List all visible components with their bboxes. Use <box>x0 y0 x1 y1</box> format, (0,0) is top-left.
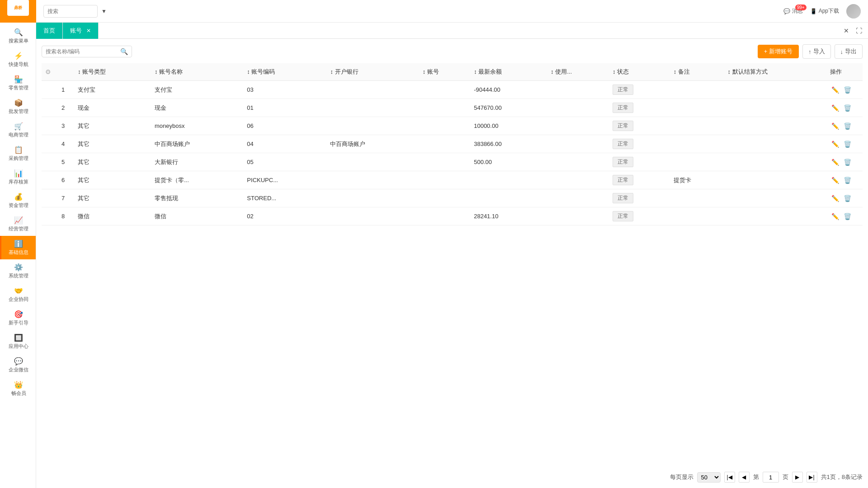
sidebar-item-ops-mgmt[interactable]: 📈经营管理 <box>0 212 36 236</box>
ecommerce-mgmt-label: 电商管理 <box>9 131 28 138</box>
topbar-app-download[interactable]: 📱 App下载 <box>810 7 839 15</box>
cell-op: ✏️ 🗑️ <box>826 189 863 207</box>
cell-code: 02 <box>243 207 326 225</box>
edit-button[interactable]: ✏️ <box>831 104 839 112</box>
delete-button[interactable]: 🗑️ <box>844 195 851 202</box>
tab-close-button[interactable]: ✕ <box>841 25 852 36</box>
edit-button[interactable]: ✏️ <box>831 213 839 220</box>
tab-home[interactable]: 首页 <box>36 23 63 39</box>
sidebar-item-sys-mgmt[interactable]: ⚙️系统管理 <box>0 259 36 283</box>
cell-default-settle <box>724 117 826 135</box>
search-box[interactable]: 🔍 <box>42 46 132 57</box>
cell-remark <box>670 153 724 171</box>
page-number-input[interactable] <box>763 472 779 483</box>
cell-balance <box>470 171 547 189</box>
finance-mgmt-icon: 💰 <box>14 192 23 201</box>
user-avatar[interactable] <box>846 4 861 19</box>
delete-button[interactable]: 🗑️ <box>844 86 851 94</box>
cell-code: PICKUPC... <box>243 171 326 189</box>
col-remark-label: ↕ 备注 <box>674 68 690 75</box>
edit-button[interactable]: ✏️ <box>831 177 839 184</box>
col-default-settle[interactable]: ↕ 默认结算方式 <box>724 63 826 81</box>
tab-maximize-button[interactable]: ⛶ <box>854 25 864 36</box>
ops-mgmt-label: 经营管理 <box>9 225 28 232</box>
edit-button[interactable]: ✏️ <box>831 195 839 202</box>
col-status[interactable]: ↕ 状态 <box>609 63 670 81</box>
edit-button[interactable]: ✏️ <box>831 141 839 148</box>
cell-name: 微信 <box>151 207 243 225</box>
retail-mgmt-icon: 🏪 <box>14 75 23 84</box>
sidebar-item-enterprise-wechat[interactable]: 💬企业微信 <box>0 353 36 377</box>
search-input[interactable] <box>46 48 120 55</box>
page-suffix: 页 <box>783 473 788 481</box>
add-account-button[interactable]: + 新增账号 <box>758 45 799 58</box>
cell-remark <box>670 99 724 117</box>
sidebar-item-wholesale-mgmt[interactable]: 📦批发管理 <box>0 95 36 118</box>
cell-gear <box>42 207 58 225</box>
col-type-label: ↕ 账号类型 <box>78 68 106 75</box>
page-last-button[interactable]: ▶| <box>807 472 817 483</box>
col-bank[interactable]: ↕ 开户银行 <box>326 63 419 81</box>
sidebar-item-basic-info[interactable]: ℹ️基础信息 <box>0 236 36 259</box>
col-usage[interactable]: ↕ 使用... <box>547 63 609 81</box>
topbar-search-input[interactable] <box>43 5 98 18</box>
enterprise-wechat-label: 企业微信 <box>9 366 28 373</box>
delete-button[interactable]: 🗑️ <box>844 104 851 112</box>
sidebar-item-app-center[interactable]: 🔲应用中心 <box>0 330 36 353</box>
cell-bank <box>326 171 419 189</box>
col-code-label: ↕ 账号编码 <box>247 68 275 75</box>
topbar-msg-button[interactable]: 💬 消息 99+ <box>783 7 803 15</box>
cell-status: 正常 <box>609 135 670 153</box>
page-next-button[interactable]: ▶ <box>792 472 803 483</box>
col-type[interactable]: ↕ 账号类型 <box>74 63 151 81</box>
col-code[interactable]: ↕ 账号编码 <box>243 63 326 81</box>
topbar-dropdown[interactable]: ▼ <box>101 8 107 14</box>
col-name[interactable]: ↕ 账号名称 <box>151 63 243 81</box>
newcomer-guide-label: 新手引导 <box>9 319 28 326</box>
col-balance[interactable]: ↕ 最新余额 <box>470 63 547 81</box>
delete-button[interactable]: 🗑️ <box>844 141 851 148</box>
sidebar-item-vip-member[interactable]: 👑畅会员 <box>0 377 36 400</box>
cell-code: 04 <box>243 135 326 153</box>
sidebar-item-ecommerce-mgmt[interactable]: 🛒电商管理 <box>0 118 36 142</box>
cell-status: 正常 <box>609 81 670 99</box>
status-badge: 正常 <box>613 103 633 113</box>
app-center-label: 应用中心 <box>9 343 28 350</box>
col-status-label: ↕ 状态 <box>613 68 629 75</box>
col-account[interactable]: ↕ 账号 <box>419 63 470 81</box>
cell-index: 1 <box>58 81 74 99</box>
table-row: 1 支付宝 支付宝 03 -90444.00 正常 ✏️ 🗑️ <box>42 81 863 99</box>
cell-status: 正常 <box>609 207 670 225</box>
tab-account-close-icon[interactable]: ✕ <box>86 28 91 34</box>
delete-button[interactable]: 🗑️ <box>844 122 851 130</box>
page-first-button[interactable]: |◀ <box>724 472 735 483</box>
export-button[interactable]: ↓ 导出 <box>835 44 863 59</box>
col-remark[interactable]: ↕ 备注 <box>670 63 724 81</box>
edit-button[interactable]: ✏️ <box>831 122 839 130</box>
status-badge: 正常 <box>613 139 633 149</box>
delete-button[interactable]: 🗑️ <box>844 177 851 184</box>
app-center-icon: 🔲 <box>14 333 23 342</box>
per-page-select[interactable]: 50 20 100 <box>697 472 721 483</box>
edit-button[interactable]: ✏️ <box>831 159 839 166</box>
sidebar-item-quick-nav[interactable]: ⚡快捷导航 <box>0 48 36 71</box>
sidebar-item-inventory[interactable]: 📊库存核算 <box>0 165 36 189</box>
delete-button[interactable]: 🗑️ <box>844 213 851 220</box>
sidebar-item-search-menu[interactable]: 🔍搜索菜单 <box>0 24 36 48</box>
tab-account[interactable]: 账号 ✕ <box>63 23 99 39</box>
page-prev-button[interactable]: ◀ <box>739 472 750 483</box>
delete-button[interactable]: 🗑️ <box>844 159 851 166</box>
sidebar-item-enterprise-agreement[interactable]: 🤝企业协同 <box>0 283 36 306</box>
search-icon[interactable]: 🔍 <box>120 48 128 55</box>
cell-code: 05 <box>243 153 326 171</box>
import-button[interactable]: ↑ 导入 <box>802 44 831 59</box>
column-settings-icon[interactable]: ⚙ <box>45 68 51 75</box>
sidebar-item-purchase-mgmt[interactable]: 📋采购管理 <box>0 142 36 165</box>
sidebar-item-newcomer-guide[interactable]: 🎯新手引导 <box>0 306 36 330</box>
cell-op: ✏️ 🗑️ <box>826 207 863 225</box>
edit-button[interactable]: ✏️ <box>831 86 839 94</box>
sidebar-item-finance-mgmt[interactable]: 💰资金管理 <box>0 189 36 212</box>
cell-balance <box>470 189 547 207</box>
export-icon: ↓ <box>840 48 844 55</box>
sidebar-item-retail-mgmt[interactable]: 🏪零售管理 <box>0 71 36 95</box>
